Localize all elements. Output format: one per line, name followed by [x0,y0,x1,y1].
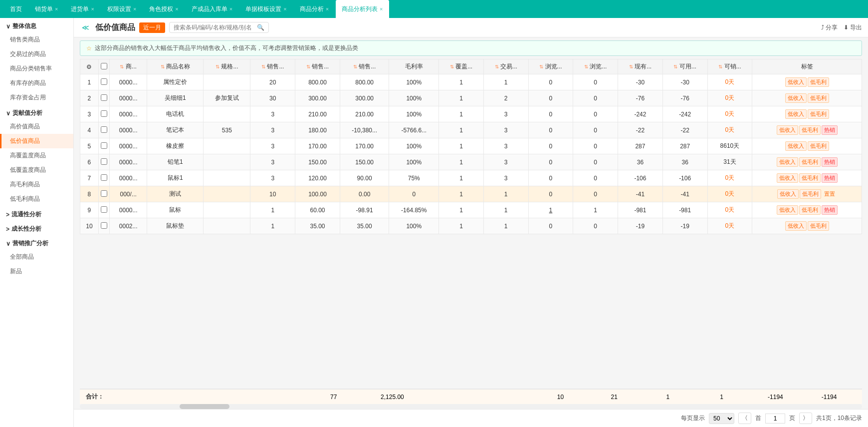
sidebar-item-high-coverage[interactable]: 高覆盖度商品 [0,148,73,163]
th-name[interactable]: ⇅ 商品名称 [147,59,204,74]
close-icon[interactable]: × [283,6,286,12]
cell-checkbox[interactable] [98,74,109,90]
nav-product-analysis-list[interactable]: 商品分析列表 × [336,0,389,18]
th-settings[interactable]: ⚙ [80,59,99,74]
browse1-link[interactable]: 0 [549,79,553,86]
browse1-link[interactable]: 0 [549,111,553,118]
horizontal-scrollbar[interactable] [80,404,862,409]
row-checkbox[interactable] [101,206,107,213]
sidebar-item-sales-products[interactable]: 销售类商品 [0,32,73,47]
browse1-link[interactable]: 0 [549,223,553,230]
nav-home[interactable]: 首页 [4,0,28,18]
sidebar-group-marketing[interactable]: ∨ 营销推广分析 [0,235,73,250]
row-checkbox[interactable] [101,126,107,133]
collapse-button[interactable]: ≪ [80,23,91,31]
close-icon[interactable]: × [91,6,94,12]
cell-checkbox[interactable] [98,202,109,218]
cell-browse1[interactable]: 0 [528,170,573,186]
nav-permissions[interactable]: 权限设置 × [101,0,142,18]
th-sales-amount[interactable]: ⇅ 销售... [295,59,340,74]
page-input[interactable] [765,414,785,424]
cell-checkbox[interactable] [98,90,109,106]
close-icon[interactable]: × [326,6,329,12]
close-icon[interactable]: × [380,6,383,12]
cell-checkbox[interactable] [98,218,109,234]
browse1-link[interactable]: 1 [549,207,553,214]
th-current-stock[interactable]: ⇅ 现有... [618,59,663,74]
browse1-link[interactable]: 0 [549,159,553,166]
th-margin-rate[interactable]: 毛利率 [389,59,439,74]
cell-checkbox[interactable] [98,106,109,122]
sidebar-item-high-margin[interactable]: 高毛利商品 [0,177,73,192]
sidebar-item-traded-products[interactable]: 交易过的商品 [0,47,73,61]
browse1-link[interactable]: 0 [549,95,553,102]
nav-template-settings[interactable]: 单据模板设置 × [239,0,292,18]
close-icon[interactable]: × [229,6,232,12]
sidebar-group-overall[interactable]: ∨ 整体信息 [0,18,73,32]
row-checkbox[interactable] [101,110,107,117]
th-trade[interactable]: ⇅ 交易... [483,59,528,74]
row-checkbox[interactable] [101,222,107,229]
browse1-link[interactable]: 0 [549,191,553,198]
close-icon[interactable]: × [55,6,58,12]
sidebar-group-growth[interactable]: > 成长性分析 [0,221,73,235]
browse1-link[interactable]: 0 [549,175,553,182]
th-sales-cost[interactable]: ⇅ 销售... [340,59,389,74]
cell-browse1[interactable]: 0 [528,218,573,234]
cell-checkbox[interactable] [98,122,109,138]
close-icon[interactable]: × [175,6,178,12]
sidebar-item-all-products[interactable]: 全部商品 [0,250,73,264]
browse1-link[interactable]: 0 [549,143,553,150]
th-spec[interactable]: ⇅ 规格... [204,59,250,74]
per-page-select[interactable]: 50 100 200 [709,413,734,424]
sidebar-item-stock-funds[interactable]: 库存资金占用 [0,90,73,105]
cell-checkbox[interactable] [98,170,109,186]
nav-sales-order[interactable]: 销货单 × [29,0,64,18]
search-input[interactable] [169,22,269,33]
table-container[interactable]: ⚙ ⇅ 商... ⇅ 商品名称 ⇅ 规格... ⇅ 销售... ⇅ 销售... … [80,59,862,389]
date-tag-button[interactable]: 近一月 [139,22,165,33]
sidebar-item-category-sales-rate[interactable]: 商品分类销售率 [0,61,73,76]
sidebar-group-contribution[interactable]: ∨ 贡献值分析 [0,105,73,119]
sidebar-item-low-value[interactable]: 低价值商品 [0,134,73,148]
nav-product-analysis[interactable]: 商品分析 × [294,0,335,18]
cell-browse1[interactable]: 0 [528,186,573,202]
th-available[interactable]: ⇅ 可用... [662,59,707,74]
close-icon[interactable]: × [133,6,136,12]
cell-browse1[interactable]: 0 [528,74,573,90]
cell-browse1[interactable]: 0 [528,122,573,138]
row-checkbox[interactable] [101,190,107,197]
nav-role-auth[interactable]: 角色授权 × [143,0,184,18]
th-browse2[interactable]: ⇅ 浏览... [573,59,618,74]
share-button[interactable]: ⤴ 分享 [821,23,838,32]
sidebar-item-high-value[interactable]: 高价值商品 [0,119,73,134]
cell-browse1[interactable]: 0 [528,90,573,106]
cell-checkbox[interactable] [98,138,109,154]
sidebar-item-stock-products[interactable]: 有库存的商品 [0,76,73,90]
row-checkbox[interactable] [101,142,107,149]
sidebar-item-new-products[interactable]: 新品 [0,264,73,279]
export-button[interactable]: ⬇ 导出 [844,23,862,32]
cell-browse1[interactable]: 0 [528,106,573,122]
cell-browse1[interactable]: 0 [528,154,573,170]
row-checkbox[interactable] [101,78,107,85]
th-coverage[interactable]: ⇅ 覆盖... [439,59,484,74]
sidebar-item-low-margin[interactable]: 低毛利商品 [0,192,73,206]
cell-browse1[interactable]: 1 [528,202,573,218]
th-tags[interactable]: 标签 [752,59,862,74]
th-code[interactable]: ⇅ 商... [109,59,147,74]
search-icon[interactable]: 🔍 [257,24,264,31]
row-checkbox[interactable] [101,174,107,181]
th-sales-qty[interactable]: ⇅ 销售... [250,59,295,74]
select-all-checkbox[interactable] [101,63,107,69]
row-checkbox[interactable] [101,94,107,101]
sidebar-group-circulation[interactable]: > 流通性分析 [0,206,73,221]
th-sellable[interactable]: ⇅ 可销... [707,59,752,74]
scrollbar-thumb[interactable] [180,404,229,409]
cell-checkbox[interactable] [98,154,109,170]
cell-browse1[interactable]: 0 [528,138,573,154]
first-page-button[interactable]: 〈 [738,413,751,424]
sidebar-item-low-coverage[interactable]: 低覆盖度商品 [0,163,73,177]
next-page-button[interactable]: 〉 [799,413,812,424]
nav-purchase-order[interactable]: 进货单 × [65,0,100,18]
